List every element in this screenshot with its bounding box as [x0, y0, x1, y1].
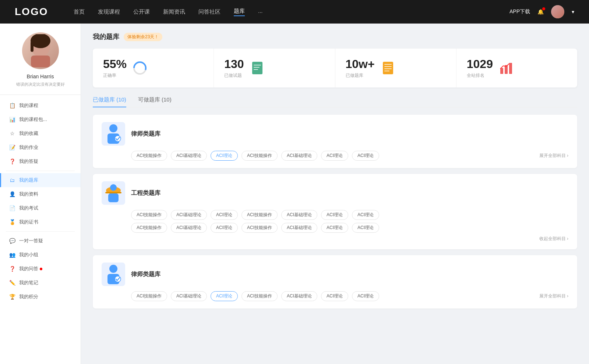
page-title: 我的题库	[93, 32, 119, 41]
pie-chart-icon	[133, 61, 147, 75]
tag-0-3[interactable]: ACI技能操作	[241, 151, 278, 161]
sidebar-label-mygroup: 我的小组	[19, 251, 38, 258]
sidebar-item-mypoints[interactable]: 🏆 我的积分	[0, 290, 81, 304]
tab-available-banks[interactable]: 可做题库 (10)	[138, 96, 172, 107]
sidebar-item-myexam[interactable]: 📄 我的考试	[0, 201, 81, 215]
nav-question-bank[interactable]: 题库	[234, 8, 245, 16]
nav-news[interactable]: 新闻资讯	[163, 8, 185, 15]
tag-0-4[interactable]: ACI基础理论	[281, 151, 317, 161]
1v1-icon: 💬	[9, 238, 15, 244]
sidebar-item-mygroup[interactable]: 👥 我的小组	[0, 248, 81, 262]
done-banks-label: 已做题库	[346, 72, 375, 79]
doc-yellow-icon	[382, 61, 394, 75]
tag-1-6[interactable]: ACI理论	[352, 210, 379, 220]
done-questions-icon	[250, 61, 265, 75]
tag-1-r2-4[interactable]: ACI基础理论	[281, 223, 317, 233]
svg-rect-1	[31, 56, 50, 67]
sidebar-item-questionbank[interactable]: 🗂 我的题库	[0, 173, 81, 187]
user-dropdown-chevron[interactable]: ▾	[572, 9, 574, 15]
tag-1-1[interactable]: ACI基础理论	[171, 210, 207, 220]
sidebar-item-myqa[interactable]: ❓ 我的答疑	[0, 154, 81, 168]
sidebar-item-1v1[interactable]: 💬 一对一答疑	[0, 234, 81, 248]
chart-red-icon	[500, 61, 513, 75]
expand-link-2[interactable]: 展开全部科目 ›	[539, 293, 568, 299]
sidebar-label-mypoints: 我的积分	[19, 293, 38, 300]
favorites-icon: ☆	[9, 130, 15, 137]
nav-menu: 首页 发现课程 公开课 新闻资讯 问答社区 题库 ···	[74, 8, 509, 16]
answer-notification-dot	[40, 268, 42, 270]
bank-tags-2: ACI技能操作 ACI基础理论 ACI理论 ACI技能操作 ACI基础理论 AC…	[131, 291, 568, 301]
tab-done-banks[interactable]: 已做题库 (10)	[93, 96, 126, 107]
tag-2-2[interactable]: ACI理论	[211, 291, 238, 301]
sidebar-label-myprofile: 我的资料	[19, 191, 38, 197]
lawyer-icon-svg	[104, 123, 123, 144]
tag-0-0[interactable]: ACI技能操作	[131, 151, 167, 161]
bank-section-0: 律师类题库 ACI技能操作 ACI基础理论 ACI理论 ACI技能操作 ACI基…	[93, 115, 577, 168]
tag-2-6[interactable]: ACI理论	[352, 291, 379, 301]
app-download-btn[interactable]: APP下载	[509, 8, 530, 15]
sidebar-item-homework[interactable]: 📝 我的作业	[0, 140, 81, 154]
page-wrapper: Brian Harris 错误的决定比没有决定要好 📋 我的课程 📊 我的课程包…	[0, 24, 589, 364]
tag-2-3[interactable]: ACI技能操作	[241, 291, 278, 301]
logo[interactable]: LOGO	[15, 6, 52, 18]
bank-icon-lawyer-0	[102, 122, 125, 146]
tag-1-r2-3[interactable]: ACI技能操作	[241, 223, 278, 233]
svg-rect-11	[384, 64, 392, 65]
profile-avatar[interactable]	[22, 32, 59, 69]
ranking-label: 全站排名	[467, 72, 493, 79]
svg-rect-15	[500, 68, 503, 74]
tabs-row: 已做题库 (10) 可做题库 (10)	[93, 96, 577, 107]
sidebar-item-mynotes[interactable]: ✏️ 我的笔记	[0, 276, 81, 290]
collapse-link-1[interactable]: 收起全部科目 ›	[539, 236, 568, 242]
bank-section-1: 工程类题库 ACI技能操作 ACI基础理论 ACI理论 ACI技能操作 ACI基…	[93, 174, 577, 249]
profile-section: Brian Harris 错误的决定比没有决定要好	[0, 32, 81, 95]
sidebar-item-myanswer[interactable]: ❓ 我的问答	[0, 262, 81, 276]
tag-1-3[interactable]: ACI技能操作	[241, 210, 278, 220]
tag-1-r2-0[interactable]: ACI技能操作	[131, 223, 167, 233]
sidebar-item-favorites[interactable]: ☆ 我的收藏	[0, 126, 81, 140]
tag-1-r2-1[interactable]: ACI基础理论	[171, 223, 207, 233]
expand-link-0[interactable]: 展开全部科目 ›	[539, 153, 568, 159]
tag-1-r2-2[interactable]: ACI理论	[211, 223, 238, 233]
svg-rect-3	[31, 42, 33, 52]
sidebar-item-myprofile[interactable]: 👤 我的资料	[0, 187, 81, 201]
notification-bell[interactable]: 🔔	[537, 9, 544, 15]
nav-open-course[interactable]: 公开课	[133, 8, 150, 15]
navbar: LOGO 首页 发现课程 公开课 新闻资讯 问答社区 题库 ··· APP下载 …	[0, 0, 589, 24]
tag-1-4[interactable]: ACI基础理论	[281, 210, 317, 220]
mynotes-icon: ✏️	[9, 279, 15, 286]
stat-ranking: 1029 全站排名	[456, 49, 577, 88]
tag-0-5[interactable]: ACI理论	[321, 151, 348, 161]
tag-1-5[interactable]: ACI理论	[321, 210, 348, 220]
tag-2-1[interactable]: ACI基础理论	[171, 291, 207, 301]
bank-title-2: 律师类题库	[131, 271, 161, 278]
nav-courses[interactable]: 发现课程	[98, 8, 120, 15]
tag-2-4[interactable]: ACI基础理论	[281, 291, 317, 301]
user-avatar[interactable]	[551, 5, 564, 18]
tag-0-1[interactable]: ACI基础理论	[171, 151, 207, 161]
tag-1-2[interactable]: ACI理论	[211, 210, 238, 220]
nav-more[interactable]: ···	[258, 9, 263, 15]
svg-rect-23	[105, 192, 121, 193]
sidebar-item-mycourse[interactable]: 📋 我的课程	[0, 99, 81, 113]
main-content: 我的题库 体验剩余23天！ 55% 正确率	[81, 24, 589, 364]
myexam-icon: 📄	[9, 205, 15, 211]
sidebar-label-coursepackage: 我的课程包...	[19, 116, 47, 123]
nav-qa[interactable]: 问答社区	[198, 8, 221, 15]
sidebar-label-favorites: 我的收藏	[19, 130, 38, 137]
profile-name: Brian Harris	[27, 74, 54, 79]
nav-home[interactable]: 首页	[74, 8, 85, 15]
tag-0-2[interactable]: ACI理论	[211, 151, 238, 161]
tag-1-0[interactable]: ACI技能操作	[131, 210, 167, 220]
tag-0-6[interactable]: ACI理论	[352, 151, 379, 161]
ranking-icon	[499, 61, 514, 75]
mypoints-icon: 🏆	[9, 293, 15, 300]
homework-icon: 📝	[9, 144, 15, 151]
tag-2-5[interactable]: ACI理论	[321, 291, 348, 301]
sidebar-item-coursepackage[interactable]: 📊 我的课程包...	[0, 113, 81, 126]
tag-1-r2-6[interactable]: ACI理论	[352, 223, 379, 233]
tag-1-r2-5[interactable]: ACI理论	[321, 223, 348, 233]
sidebar-item-mycert[interactable]: 🏅 我的证书	[0, 215, 81, 229]
tag-2-0[interactable]: ACI技能操作	[131, 291, 167, 301]
done-banks-icon	[381, 61, 395, 75]
